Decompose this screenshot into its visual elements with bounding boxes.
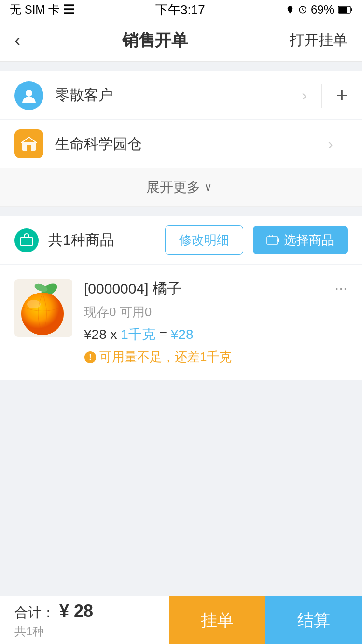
vertical-divider <box>321 84 322 108</box>
svg-rect-6 <box>27 145 31 151</box>
open-hold-button[interactable]: 打开挂单 <box>290 30 348 50</box>
expand-more-button[interactable]: 展开更多 ∨ <box>0 168 362 207</box>
customer-name: 零散客户 <box>55 85 302 105</box>
bottom-bar: 合计： ¥ 28 共1种 挂单 结算 <box>0 596 362 644</box>
product-item: [0000004] 橘子 现存0 可用0 ¥28 x 1千克 = ¥28 ! 可… <box>0 265 362 380</box>
select-product-label: 选择商品 <box>284 232 334 249</box>
hold-order-button[interactable]: 挂单 <box>169 596 265 644</box>
total-value: ¥ 28 <box>59 601 93 621</box>
warehouse-row[interactable]: 生命科学园仓 › <box>0 120 362 168</box>
product-title: 橘子 <box>153 280 181 296</box>
product-name: [0000004] 橘子 <box>84 279 323 299</box>
battery-icon <box>338 5 352 14</box>
warehouse-name: 生命科学园仓 <box>55 134 328 154</box>
cart-icon <box>19 233 34 248</box>
product-code: [0000004] <box>84 280 148 296</box>
expand-chevron-icon: ∨ <box>204 181 212 194</box>
product-price: ¥28 x 1千克 = ¥28 <box>84 325 323 344</box>
total-count: 共1种 <box>14 624 154 639</box>
total-section: 合计： ¥ 28 共1种 <box>0 601 169 639</box>
select-product-icon <box>266 235 280 246</box>
warehouse-building-icon <box>20 135 38 153</box>
customer-avatar <box>14 81 43 110</box>
equals-sign: = <box>159 327 171 342</box>
svg-rect-8 <box>267 237 278 244</box>
product-image <box>14 279 72 337</box>
status-time: 下午3:17 <box>155 1 205 18</box>
total-price: ¥28 <box>171 327 194 342</box>
svg-text:!: ! <box>89 353 91 361</box>
status-right: 69% <box>286 3 352 16</box>
quantity: 1千克 <box>121 327 155 342</box>
total-label: 合计： <box>14 605 55 620</box>
product-info: [0000004] 橘子 现存0 可用0 ¥28 x 1千克 = ¥28 ! 可… <box>84 279 323 365</box>
customer-row[interactable]: 零散客户 › + <box>0 71 362 120</box>
products-header: 共1种商品 修改明细 选择商品 <box>0 216 362 265</box>
page-title: 销售开单 <box>122 29 188 52</box>
battery-percent: 69% <box>311 3 334 16</box>
empty-area <box>0 380 362 588</box>
select-product-button[interactable]: 选择商品 <box>253 226 348 254</box>
product-stock: 现存0 可用0 <box>84 304 323 321</box>
svg-point-4 <box>26 90 32 97</box>
total-amount: 合计： ¥ 28 <box>14 601 154 622</box>
back-button[interactable]: ‹ <box>14 30 20 51</box>
sim-status: 无 SIM 卡 ☰ <box>10 2 75 17</box>
status-left: 无 SIM 卡 ☰ <box>10 2 75 17</box>
price-unit: ¥28 <box>84 327 107 342</box>
svg-rect-2 <box>339 7 347 13</box>
checkout-button[interactable]: 结算 <box>265 596 362 644</box>
person-icon <box>20 87 38 104</box>
separator-1 <box>0 62 362 71</box>
alarm-icon <box>298 5 307 14</box>
product-warning: ! 可用量不足，还差1千克 <box>84 349 323 365</box>
status-bar: 无 SIM 卡 ☰ 下午3:17 69% <box>0 0 362 19</box>
products-count: 共1种商品 <box>48 230 165 250</box>
products-icon <box>14 228 39 252</box>
nav-bar: ‹ 销售开单 打开挂单 <box>0 19 362 62</box>
svg-point-12 <box>21 293 64 335</box>
customer-chevron-icon: › <box>302 86 307 104</box>
warning-text: 可用量不足，还差1千克 <box>99 349 232 365</box>
svg-rect-7 <box>21 237 32 246</box>
warning-icon: ! <box>84 351 97 364</box>
expand-more-label: 展开更多 <box>146 178 200 196</box>
modify-detail-button[interactable]: 修改明细 <box>165 225 243 255</box>
warehouse-icon <box>14 129 43 158</box>
add-customer-button[interactable]: + <box>336 84 348 106</box>
multiply-sign: x <box>111 327 121 342</box>
orange-svg <box>14 279 72 337</box>
svg-rect-3 <box>351 8 352 11</box>
more-options-button[interactable]: ··· <box>334 279 348 297</box>
warehouse-chevron-icon: › <box>328 135 333 153</box>
location-icon <box>286 5 294 14</box>
